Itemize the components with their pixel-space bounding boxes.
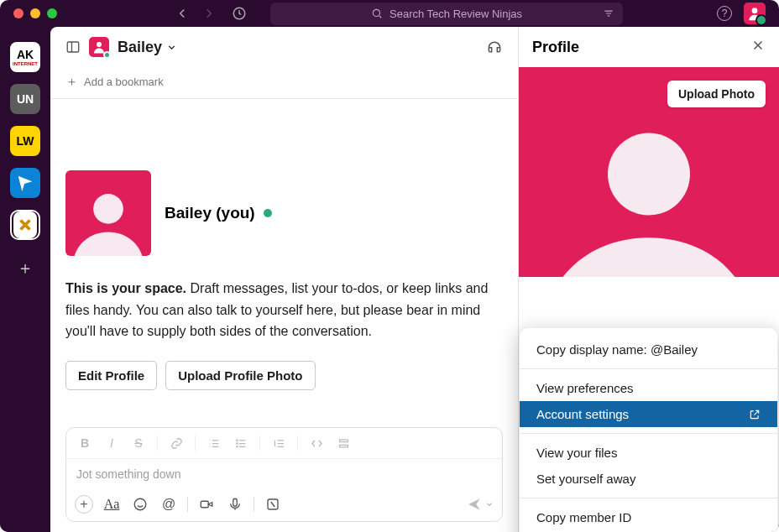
add-workspace-button[interactable]: ＋ xyxy=(17,257,34,279)
bullet-list-button[interactable] xyxy=(231,434,251,452)
self-name: Bailey (you) xyxy=(165,204,255,222)
svg-point-1 xyxy=(373,9,379,16)
person-icon xyxy=(531,101,766,277)
composer-format-toolbar: B I S xyxy=(66,428,502,459)
message-composer: B I S xyxy=(65,427,503,522)
strike-button[interactable]: S xyxy=(128,434,149,452)
codeblock-button[interactable] xyxy=(333,434,353,452)
svg-point-2 xyxy=(752,8,758,13)
search-bar[interactable]: Search Tech Review Ninjas xyxy=(270,3,623,25)
search-placeholder: Search Tech Review Ninjas xyxy=(390,8,522,20)
channel-title[interactable]: Bailey xyxy=(118,39,177,56)
menu-copy-member-id[interactable]: Copy member ID xyxy=(520,504,777,530)
self-avatar xyxy=(65,170,151,256)
svg-point-5 xyxy=(93,194,123,224)
search-icon xyxy=(371,8,383,19)
italic-button[interactable]: I xyxy=(102,434,122,452)
sidebar-toggle-icon[interactable] xyxy=(65,39,81,55)
bookmark-bar[interactable]: ＋ Add a bookmark xyxy=(50,67,518,99)
emoji-button[interactable] xyxy=(130,494,150,514)
composer-actions: + Aa @ xyxy=(66,489,502,521)
menu-view-preferences[interactable]: View preferences xyxy=(520,375,777,401)
ordered-list-button[interactable] xyxy=(204,434,224,452)
format-toggle[interactable]: Aa xyxy=(102,494,122,514)
svg-rect-3 xyxy=(67,42,79,52)
svg-point-8 xyxy=(236,446,237,446)
topright: ? xyxy=(717,3,766,24)
profile-context-menu: Copy display name: @Bailey View preferen… xyxy=(519,327,778,532)
profile-panel: Profile Upload Photo Copy display name: … xyxy=(519,27,779,532)
space-description: This is your space. Draft messages, list… xyxy=(65,278,503,342)
titlebar: Search Tech Review Ninjas ? xyxy=(0,0,779,27)
external-link-icon xyxy=(749,409,761,420)
svg-point-6 xyxy=(236,440,237,441)
menu-account-settings[interactable]: Account settings xyxy=(520,401,777,427)
menu-copy-display-name[interactable]: Copy display name: @Bailey xyxy=(520,336,777,362)
chevron-down-icon xyxy=(166,42,177,53)
person-icon xyxy=(746,5,763,22)
x-icon xyxy=(16,216,34,234)
close-window[interactable] xyxy=(13,8,24,18)
channel-pane: Bailey ＋ Add a bookmark xyxy=(50,27,519,532)
back-icon[interactable] xyxy=(175,6,190,21)
composer-input[interactable]: Jot something down xyxy=(66,459,502,489)
workspace-item[interactable]: LW xyxy=(10,126,40,156)
close-profile-button[interactable] xyxy=(750,38,766,57)
chevron-down-icon xyxy=(485,500,494,509)
workspace-item[interactable]: UN xyxy=(10,84,40,114)
upload-profile-photo-button[interactable]: Upload Profile Photo xyxy=(165,361,315,390)
mention-button[interactable]: @ xyxy=(159,494,179,514)
upload-photo-button[interactable]: Upload Photo xyxy=(667,81,766,107)
forward-icon[interactable] xyxy=(201,6,217,21)
edit-profile-button[interactable]: Edit Profile xyxy=(65,361,157,390)
code-button[interactable] xyxy=(306,434,327,452)
video-button[interactable] xyxy=(196,494,217,514)
help-icon[interactable]: ? xyxy=(717,6,732,21)
window-controls xyxy=(13,8,57,18)
person-icon xyxy=(65,179,151,256)
svg-point-13 xyxy=(608,133,690,216)
nav-arrows xyxy=(175,6,247,21)
svg-point-4 xyxy=(97,42,102,47)
menu-view-files[interactable]: View your files xyxy=(520,440,777,466)
svg-rect-11 xyxy=(233,498,238,506)
user-avatar-button[interactable] xyxy=(744,3,766,24)
filter-icon[interactable] xyxy=(603,8,614,19)
shortcuts-button[interactable] xyxy=(263,494,283,514)
presence-indicator xyxy=(264,209,272,217)
profile-photo: Upload Photo xyxy=(519,67,779,277)
plus-icon: ＋ xyxy=(65,74,78,90)
workspace-item-active[interactable] xyxy=(10,210,40,240)
profile-title: Profile xyxy=(532,39,579,56)
history-icon[interactable] xyxy=(232,6,247,21)
channel-avatar xyxy=(89,37,109,57)
workspace-item[interactable]: AK INTERNET xyxy=(10,42,40,72)
blockquote-button[interactable] xyxy=(269,434,289,452)
bold-button[interactable]: B xyxy=(75,434,95,452)
minimize-window[interactable] xyxy=(30,8,40,18)
huddle-icon[interactable] xyxy=(486,39,503,55)
svg-point-9 xyxy=(134,498,146,510)
pen-icon xyxy=(16,174,34,192)
svg-point-7 xyxy=(236,442,237,443)
link-button[interactable] xyxy=(166,434,186,452)
attach-button[interactable]: + xyxy=(75,495,93,514)
workspace-rail: AK INTERNET UN LW ＋ xyxy=(0,27,50,532)
send-button[interactable] xyxy=(467,497,494,512)
app-window: Search Tech Review Ninjas ? AK INTERNET … xyxy=(0,0,779,532)
channel-header: Bailey xyxy=(50,27,518,67)
zoom-window[interactable] xyxy=(47,8,57,18)
mic-button[interactable] xyxy=(225,494,245,514)
menu-set-away[interactable]: Set yourself away xyxy=(520,466,777,492)
workspace-item[interactable] xyxy=(10,168,40,198)
